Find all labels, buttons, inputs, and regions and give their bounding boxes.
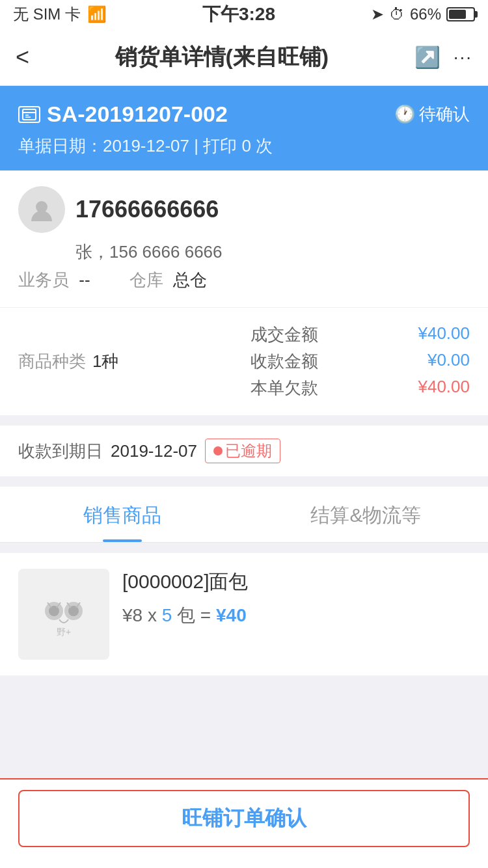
tabs: 销售商品 结算&物流等 xyxy=(0,487,488,543)
due-date-value: 2019-12-07 xyxy=(111,441,197,461)
deal-amount-value: ¥40.00 xyxy=(418,323,470,346)
product-total: ¥40 xyxy=(216,605,247,625)
nav-actions: ↗️ ··· xyxy=(414,45,472,70)
status-right: ➤ ⏱ 66% xyxy=(371,5,475,23)
svg-text:野+: 野+ xyxy=(57,627,71,637)
alarm-icon: ⏱ xyxy=(389,5,405,23)
customer-avatar xyxy=(18,186,65,233)
deal-amount-label: 成交金额 xyxy=(251,323,318,346)
due-date-section: 收款到期日 2019-12-07 已逾期 xyxy=(0,426,488,476)
customer-meta: 业务员 -- 仓库 总仓 xyxy=(18,269,470,292)
battery-icon xyxy=(446,7,475,21)
customer-section: 17666666666 张，156 6666 6666 业务员 -- 仓库 总仓… xyxy=(0,170,488,415)
order-banner: SA-20191207-002 🕐 待确认 单据日期：2019-12-07 | … xyxy=(0,86,488,170)
overdue-badge: 已逾期 xyxy=(205,439,280,463)
owed-label: 本单欠款 xyxy=(251,377,318,400)
overdue-dot-icon xyxy=(213,446,223,455)
tab-settlement[interactable]: 结算&物流等 xyxy=(244,487,488,542)
bottom-bar: 旺铺订单确认 xyxy=(0,778,488,868)
battery-percent: 66% xyxy=(410,5,441,23)
product-details: [0000002]面包 ¥8 x 5 包 = ¥40 xyxy=(122,569,470,628)
warehouse-label: 仓库 xyxy=(129,270,163,290)
summary-section: 商品种类 1种 成交金额 ¥40.00 收款金额 ¥0.00 本单欠款 ¥40.… xyxy=(0,308,488,415)
wifi-icon: 📶 xyxy=(87,5,107,23)
received-value: ¥0.00 xyxy=(427,350,470,373)
clock-icon: 🕐 xyxy=(394,104,415,124)
status-left: 无 SIM 卡 📶 xyxy=(13,4,107,25)
svg-rect-0 xyxy=(23,109,36,120)
customer-phone: 17666666666 xyxy=(75,196,219,223)
page-title: 销货单详情(来自旺铺) xyxy=(115,42,329,72)
nav-bar: < 销货单详情(来自旺铺) ↗️ ··· xyxy=(0,29,488,86)
owed-value: ¥40.00 xyxy=(418,377,470,400)
received-label: 收款金额 xyxy=(251,350,318,373)
tab-sales-products[interactable]: 销售商品 xyxy=(0,487,244,542)
amount-summary: 成交金额 ¥40.00 收款金额 ¥0.00 本单欠款 ¥40.00 xyxy=(251,323,470,400)
order-status: 🕐 待确认 xyxy=(394,103,470,126)
more-button[interactable]: ··· xyxy=(454,47,472,68)
product-name: [0000002]面包 xyxy=(122,569,470,595)
status-time: 下午3:28 xyxy=(202,2,275,27)
share-icon[interactable]: ↗️ xyxy=(414,45,441,70)
product-calc: ¥8 x 5 包 = ¥40 xyxy=(122,603,470,628)
status-bar: 无 SIM 卡 📶 下午3:28 ➤ ⏱ 66% xyxy=(0,0,488,29)
order-date: 单据日期：2019-12-07 | 打印 0 次 xyxy=(18,135,470,157)
product-item: 野+ [0000002]面包 ¥8 x 5 包 = ¥40 xyxy=(0,553,488,675)
customer-contact: 张，156 6666 6666 xyxy=(18,241,470,264)
product-thumbnail: 野+ xyxy=(18,569,109,660)
order-id: SA-20191207-002 xyxy=(18,102,228,127)
salesperson-label: 业务员 xyxy=(18,270,69,290)
salesperson-value: -- xyxy=(79,270,90,290)
due-label: 收款到期日 xyxy=(18,440,103,463)
location-icon: ➤ xyxy=(371,5,384,23)
product-type-value: 1种 xyxy=(92,350,118,373)
order-icon xyxy=(18,106,40,123)
product-type-label: 商品种类 xyxy=(18,350,86,373)
carrier-label: 无 SIM 卡 xyxy=(13,4,81,25)
product-qty: 5 xyxy=(162,605,172,625)
warehouse-value: 总仓 xyxy=(173,270,207,290)
confirm-order-button[interactable]: 旺铺订单确认 xyxy=(18,790,470,847)
back-button[interactable]: < xyxy=(16,44,29,71)
